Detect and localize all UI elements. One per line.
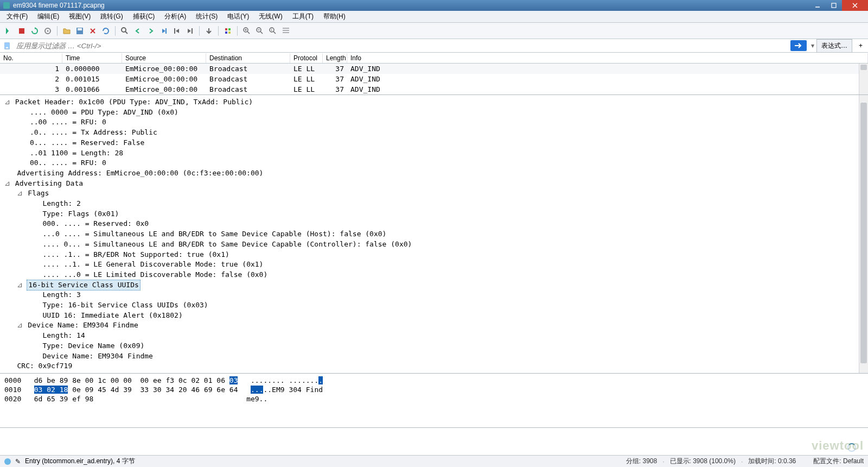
svg-rect-8 <box>78 28 82 30</box>
minimize-button[interactable] <box>809 0 826 11</box>
menu-analyze[interactable]: 分析(A) <box>160 11 190 22</box>
packet-bytes-pane[interactable]: 0000 d6 be 89 8e 00 1c 00 00 00 ee f3 0c… <box>0 374 868 428</box>
toolbar-separator <box>115 26 116 36</box>
svg-line-21 <box>247 31 250 34</box>
packet-row[interactable]: 1 0.000000 EmMicroe_00:00:00 Broadcast L… <box>0 64 868 74</box>
status-field-info: Entry (btcommon.eir_ad.entry), 4 字节 <box>25 457 135 466</box>
packet-row[interactable]: 3 0.001066 EmMicroe_00:00:00 Broadcast L… <box>0 84 868 94</box>
svg-rect-18 <box>225 31 227 34</box>
svg-line-28 <box>273 31 276 34</box>
go-to-packet-icon[interactable] <box>158 26 169 36</box>
column-header-length[interactable]: Length <box>323 53 347 63</box>
svg-text:1: 1 <box>271 28 273 31</box>
window-title: em9304 fineme 071117.pcapng <box>13 2 105 9</box>
status-packets: 分组: 3908 <box>626 457 657 466</box>
expert-info-icon[interactable] <box>4 458 11 465</box>
status-profile[interactable]: 配置文件: Default <box>813 457 864 466</box>
svg-rect-19 <box>228 31 231 34</box>
maximize-button[interactable] <box>826 0 842 11</box>
menu-edit[interactable]: 编辑(E) <box>33 11 63 22</box>
window-control-buttons <box>809 0 868 11</box>
bookmark-filter-icon[interactable] <box>2 41 12 51</box>
menu-goto[interactable]: 跳转(G) <box>96 11 127 22</box>
svg-line-12 <box>125 31 127 34</box>
toolbar-separator <box>199 26 200 36</box>
column-header-info[interactable]: Info <box>347 53 868 63</box>
go-back-icon[interactable] <box>132 26 143 36</box>
capture-options-icon[interactable] <box>42 26 53 36</box>
auto-scroll-icon[interactable] <box>203 26 214 36</box>
svg-rect-16 <box>225 28 227 30</box>
packet-list-scrollbar[interactable] <box>859 64 868 94</box>
go-last-icon[interactable] <box>184 26 195 36</box>
toolbar-separator <box>57 26 58 36</box>
menu-wireless[interactable]: 无线(W) <box>254 11 286 22</box>
column-header-source[interactable]: Source <box>122 53 206 63</box>
packet-details-pane[interactable]: ⊿ Packet Header: 0x1c00 (PDU Type: ADV_I… <box>0 95 868 374</box>
details-scrollbar[interactable] <box>859 95 868 373</box>
restart-capture-icon[interactable] <box>29 26 40 36</box>
menu-capture[interactable]: 捕获(C) <box>129 11 159 22</box>
svg-rect-1 <box>832 3 836 8</box>
menubar: 文件(F) 编辑(E) 视图(V) 跳转(G) 捕获(C) 分析(A) 统计(S… <box>0 11 868 23</box>
tree-toggle-icon[interactable]: ⊿ <box>4 97 11 108</box>
zoom-reset-icon[interactable]: 1 <box>267 26 278 36</box>
main-toolbar: 1 <box>0 23 868 39</box>
display-filter-bar: ▾ 表达式… + <box>0 39 868 53</box>
zoom-in-icon[interactable] <box>241 26 252 36</box>
window-titlebar: em9304 fineme 071117.pcapng <box>0 0 868 11</box>
tree-toggle-icon[interactable]: ⊿ <box>17 188 23 199</box>
expression-button[interactable]: 表达式… <box>816 39 852 53</box>
packet-list-header: No. Time Source Destination Protocol Len… <box>0 53 868 64</box>
close-file-icon[interactable] <box>87 26 98 36</box>
save-file-icon[interactable] <box>74 26 85 36</box>
column-header-destination[interactable]: Destination <box>206 53 290 63</box>
svg-rect-4 <box>19 28 24 34</box>
filter-dropdown-icon[interactable]: ▾ <box>809 42 816 49</box>
capture-file-icon[interactable]: ✎ <box>15 458 21 465</box>
status-loadtime: 加载时间: 0:0.36 <box>748 457 796 466</box>
display-filter-input[interactable] <box>13 40 790 52</box>
close-button[interactable] <box>842 0 868 11</box>
zoom-out-icon[interactable] <box>254 26 265 36</box>
find-packet-icon[interactable] <box>119 26 130 36</box>
packet-list[interactable]: 1 0.000000 EmMicroe_00:00:00 Broadcast L… <box>0 64 868 95</box>
menu-file[interactable]: 文件(F) <box>2 11 32 22</box>
tree-toggle-icon[interactable]: ⊿ <box>4 179 11 189</box>
stop-capture-icon[interactable] <box>16 26 27 36</box>
menu-telephony[interactable]: 电话(Y) <box>223 11 253 22</box>
open-file-icon[interactable] <box>61 26 72 36</box>
app-icon <box>3 2 10 9</box>
menu-help[interactable]: 帮助(H) <box>319 11 350 22</box>
svg-line-25 <box>260 31 263 34</box>
status-displayed: 已显示: 3908 (100.0%) <box>670 457 736 466</box>
packet-row[interactable]: 2 0.001015 EmMicroe_00:00:00 Broadcast L… <box>0 74 868 84</box>
apply-filter-button[interactable] <box>790 40 807 51</box>
go-forward-icon[interactable] <box>145 26 156 36</box>
resize-columns-icon[interactable] <box>280 26 291 36</box>
column-header-no[interactable]: No. <box>0 53 62 63</box>
menu-tools[interactable]: 工具(T) <box>288 11 318 22</box>
menu-statistics[interactable]: 统计(S) <box>192 11 222 22</box>
menu-view[interactable]: 视图(V) <box>65 11 95 22</box>
svg-rect-17 <box>228 28 231 30</box>
add-filter-button[interactable]: + <box>854 40 867 51</box>
column-header-time[interactable]: Time <box>62 53 122 63</box>
column-header-protocol[interactable]: Protocol <box>290 53 323 63</box>
reload-icon[interactable] <box>100 26 111 36</box>
tree-toggle-icon[interactable]: ⊿ <box>17 320 23 331</box>
svg-point-6 <box>47 30 49 31</box>
toolbar-separator <box>237 26 238 36</box>
tree-toggle-icon[interactable]: ⊿ <box>17 280 23 291</box>
watermark-text: viewtool <box>812 439 864 453</box>
start-capture-icon[interactable] <box>3 26 14 36</box>
toolbar-separator <box>218 26 219 36</box>
selected-tree-item[interactable]: 16-bit Service Class UUIDs <box>27 280 141 291</box>
selected-hex-bytes: 03 <box>229 376 238 384</box>
colorize-icon[interactable] <box>222 26 233 36</box>
go-first-icon[interactable] <box>171 26 182 36</box>
selected-hex-bytes: 03 02 18 <box>34 386 68 394</box>
svg-point-11 <box>122 28 126 32</box>
statusbar: ✎ Entry (btcommon.eir_ad.entry), 4 字节 分组… <box>0 455 868 467</box>
